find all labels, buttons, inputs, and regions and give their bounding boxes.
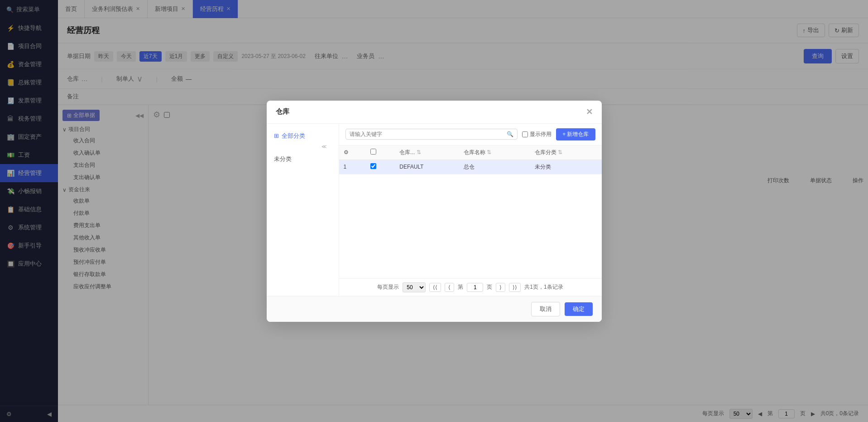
th-name-label: 仓库名称 (464, 149, 485, 155)
select-all-dialog-checkbox[interactable] (370, 149, 376, 155)
row-name: 总仓 (459, 160, 530, 174)
sort-icon-code: ⇅ (417, 149, 421, 155)
all-category-label: 全部分类 (282, 132, 305, 140)
last-page-btn-dialog[interactable]: ⟩⟩ (509, 283, 521, 292)
th-settings: ⚙ (339, 146, 366, 160)
dialog-category-sidebar: ⊞ 全部分类 ≪ 未分类 (267, 124, 339, 296)
sidebar-collapse-icon[interactable]: ≪ (314, 144, 334, 150)
th-checkbox (366, 146, 395, 160)
add-warehouse-button[interactable]: + 新增仓库 (556, 128, 595, 141)
page-suffix-dialog: 页 (487, 283, 492, 291)
row-code: DEFAULT (395, 160, 459, 174)
dialog-action-bar: 取消 确定 (267, 296, 602, 322)
show-disabled-label: 显示停用 (522, 131, 551, 138)
warehouse-table: ⚙ 仓库... ⇅ 仓库名称 (339, 146, 602, 175)
first-page-btn[interactable]: ⟨⟨ (429, 283, 441, 292)
th-code[interactable]: 仓库... ⇅ (395, 146, 459, 160)
all-category-item[interactable]: ⊞ 全部分类 (267, 128, 339, 144)
settings-col-icon[interactable]: ⚙ (344, 149, 349, 155)
th-category[interactable]: 仓库分类 ⇅ (530, 146, 601, 160)
row-index: 1 (339, 160, 366, 174)
prev-page-btn-dialog[interactable]: ⟨ (445, 283, 454, 292)
uncategorized-item[interactable]: 未分类 (267, 151, 339, 167)
dialog-close-btn[interactable]: ✕ (586, 107, 593, 117)
page-prefix-dialog: 第 (458, 283, 463, 291)
warehouse-dialog: 仓库 ✕ ⊞ 全部分类 ≪ 未分类 (267, 101, 602, 322)
dialog-pagination: 每页显示 50 100 ⟨⟨ ⟨ 第 页 ⟩ ⟩⟩ 共1页，1条记录 (339, 278, 602, 296)
per-page-label-dialog: 每页显示 (377, 283, 399, 291)
th-name[interactable]: 仓库名称 ⇅ (459, 146, 530, 160)
next-page-btn-dialog[interactable]: ⟩ (496, 283, 505, 292)
th-code-label: 仓库... (399, 149, 415, 155)
dialog-title: 仓库 (276, 107, 289, 116)
modal-overlay: 仓库 ✕ ⊞ 全部分类 ≪ 未分类 (0, 0, 868, 422)
total-dialog: 共1页，1条记录 (524, 283, 563, 291)
confirm-button[interactable]: 确定 (565, 302, 593, 316)
per-page-select-dialog[interactable]: 50 100 (403, 282, 426, 292)
dialog-table-wrap: ⚙ 仓库... ⇅ 仓库名称 (339, 146, 602, 278)
show-disabled-checkbox[interactable] (522, 131, 528, 137)
dialog-header: 仓库 ✕ (267, 101, 602, 124)
dialog-body: ⊞ 全部分类 ≪ 未分类 🔍 (267, 124, 602, 296)
add-warehouse-label: + 新增仓库 (562, 131, 589, 138)
cancel-button[interactable]: 取消 (531, 302, 560, 316)
category-icon: ⊞ (274, 132, 279, 139)
page-input-dialog[interactable] (467, 283, 483, 292)
row-checkbox (366, 160, 395, 174)
warehouse-search-input[interactable] (350, 131, 504, 137)
row-select-checkbox[interactable] (370, 163, 376, 169)
show-disabled-text: 显示停用 (530, 131, 551, 138)
sort-icon-category: ⇅ (558, 149, 562, 155)
table-row[interactable]: 1 DEFAULT 总仓 未分类 (339, 160, 602, 174)
row-category: 未分类 (530, 160, 601, 174)
uncategorized-label: 未分类 (274, 155, 292, 163)
dialog-main: 🔍 显示停用 + 新增仓库 (339, 124, 602, 296)
dialog-toolbar: 🔍 显示停用 + 新增仓库 (339, 124, 602, 146)
search-box: 🔍 (345, 129, 518, 140)
sort-icon-name: ⇅ (487, 149, 491, 155)
search-glass-icon: 🔍 (507, 131, 513, 137)
table-header-row: ⚙ 仓库... ⇅ 仓库名称 (339, 146, 602, 160)
th-category-label: 仓库分类 (535, 149, 556, 155)
